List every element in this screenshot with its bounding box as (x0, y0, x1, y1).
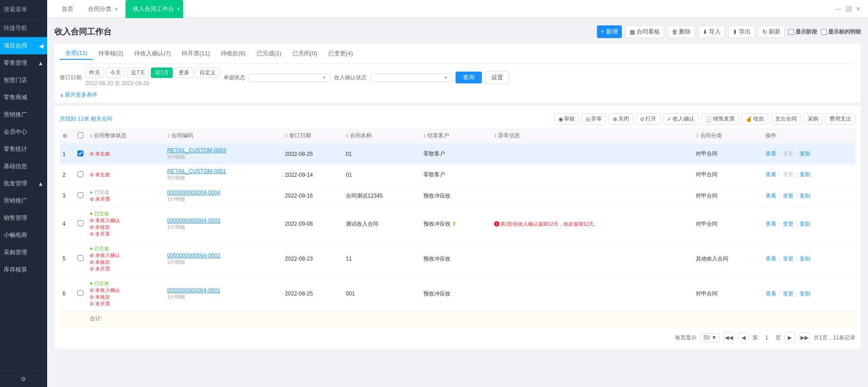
row-code-link[interactable]: 0000000000004-0004 (167, 189, 280, 196)
expense-contract-button[interactable]: 支出合同 (771, 113, 801, 125)
filter-tab-changed[interactable]: 已变更(4) (323, 48, 359, 59)
edit-btn[interactable]: 变更 (783, 290, 794, 297)
tab-contract-cat-close[interactable]: ✕ (114, 0, 118, 18)
view-btn[interactable]: 查看 (766, 171, 776, 178)
sidebar-item-marketing2[interactable]: 营销推广 (0, 192, 47, 209)
sidebar-search[interactable]: 搜索菜单 (0, 0, 47, 19)
refresh-button[interactable]: ↻ 刷新 (758, 25, 785, 38)
tab-income-workbench-close[interactable]: ✕ (176, 0, 180, 18)
filter-tab-all[interactable]: 全部(11) (60, 47, 93, 60)
open-button[interactable]: ⊙ 打开 (636, 113, 660, 125)
tab-home[interactable]: 首页 (54, 0, 81, 18)
sidebar-item-purchase[interactable]: 采购管理 (0, 244, 47, 261)
copy-btn[interactable]: 复制 (800, 221, 810, 227)
maximize-icon[interactable]: ⬜ (845, 5, 852, 12)
copy-btn[interactable]: 复制 (800, 171, 810, 178)
view-btn[interactable]: 查看 (766, 150, 776, 157)
row-checkbox[interactable] (78, 150, 83, 156)
import-button[interactable]: ⬇ 导入 (698, 25, 725, 38)
sidebar-item-project[interactable]: 项目合同 ◀ (0, 37, 47, 54)
filter-settings-button[interactable]: 设置 (485, 71, 509, 84)
import-icon: ⬇ (703, 29, 708, 35)
show-segment-checkbox[interactable]: 显示阶段 (788, 28, 817, 36)
delete-button[interactable]: 🗑 删除 (668, 25, 695, 38)
page-size-select[interactable]: 50 ▼ (700, 333, 720, 342)
sidebar-settings[interactable]: ⚙ (0, 371, 47, 387)
date-1month[interactable]: 近1月 (151, 68, 173, 78)
kanban-button[interactable]: ▦ 合同看板 (626, 25, 664, 38)
close-button[interactable]: ⊗ 关闭 (609, 113, 633, 125)
date-today[interactable]: 今天 (106, 68, 125, 78)
sidebar: 搜索菜单 快捷导航 项目合同 ◀ 零售管理 ▲ 智慧门店 零售商城 营销推广 会… (0, 0, 47, 387)
row-checkbox[interactable] (78, 171, 83, 177)
view-btn[interactable]: 查看 (766, 290, 776, 297)
edit-btn[interactable]: 变更 (783, 221, 794, 227)
th-name: ↕ 合同名称 (343, 128, 421, 144)
date-yesterday[interactable]: 昨天 (85, 68, 104, 78)
copy-btn[interactable]: 复制 (800, 150, 810, 157)
sidebar-nav[interactable]: 快捷导航 (0, 19, 47, 37)
sidebar-item-ecom[interactable]: 零售商城 (0, 89, 47, 106)
sidebar-item-marketing[interactable]: 营销推广 (0, 106, 47, 123)
edit-btn[interactable]: 变更 (783, 193, 794, 199)
filter-tab-pending-confirm[interactable]: 待收入确认(7) (129, 48, 176, 59)
view-btn[interactable]: 查看 (766, 221, 776, 227)
minimize-icon[interactable]: — (835, 5, 841, 12)
expense-out-button[interactable]: 费用支出 (825, 113, 855, 125)
expand-icon: ∨ (60, 92, 64, 98)
abandon-audit-button[interactable]: ◎ 弃审 (582, 113, 606, 125)
filter-tab-pending[interactable]: 待审核(2) (93, 48, 129, 59)
date-more[interactable]: 更多 (175, 68, 194, 78)
row-checkbox[interactable] (78, 255, 83, 261)
invoice-button[interactable]: 🧾 销售发票 (701, 113, 739, 125)
copy-btn[interactable]: 复制 (800, 193, 810, 199)
export-button[interactable]: ⬆ 导出 (728, 25, 755, 38)
close-icon[interactable]: ✕ (856, 5, 861, 12)
income-confirm-button[interactable]: ✓ 收入确认 (663, 113, 698, 125)
filter-tab-done[interactable]: 已完成(1) (251, 48, 287, 59)
copy-btn[interactable]: 复制 (800, 290, 810, 297)
copy-btn[interactable]: 复制 (800, 256, 810, 262)
sidebar-item-stat[interactable]: 零售统计 (0, 140, 47, 158)
sidebar-item-smart[interactable]: 智慧门店 (0, 72, 47, 89)
status-select[interactable]: ▼ (249, 73, 330, 82)
next-page-btn[interactable]: ▶ (785, 332, 795, 343)
view-btn[interactable]: 查看 (766, 193, 776, 199)
row-code-link[interactable]: RETAIL_CUSTOM-0003 (167, 147, 280, 154)
date-7days[interactable]: 近7天 (127, 68, 149, 78)
row-code-link[interactable]: RETAIL_CUSTOM-0001 (167, 168, 280, 174)
purchase-button[interactable]: 采购 (804, 113, 823, 125)
sidebar-item-member[interactable]: 会员中心 (0, 123, 47, 140)
search-button[interactable]: 查询 (456, 72, 482, 83)
filter-tab-pending-collect[interactable]: 待收款(8) (215, 48, 251, 59)
date-custom[interactable]: 自定义 (195, 68, 220, 78)
filter-tab-pending-invoice[interactable]: 待开票(11) (176, 48, 215, 59)
audit-button[interactable]: ◉ 审核 (554, 113, 579, 125)
edit-btn[interactable]: 变更 (783, 256, 794, 262)
prev-page-btn[interactable]: ◀ (738, 332, 749, 343)
sidebar-item-xiaochang[interactable]: 小畅电商 (0, 227, 47, 244)
row-checkbox[interactable] (78, 220, 83, 226)
row-checkbox[interactable] (78, 192, 83, 198)
row-checkbox[interactable] (78, 290, 83, 296)
sidebar-item-sales[interactable]: 销售管理 (0, 209, 47, 227)
tab-contract-cat[interactable]: 合同分类 ✕ (81, 0, 126, 18)
show-detail-checkbox[interactable]: 显示标的明细 (821, 28, 861, 36)
sidebar-item-retail[interactable]: 零售管理 ▲ (0, 54, 47, 72)
expand-filter-button[interactable]: ∨ 展开更多条件 (60, 91, 855, 99)
row-code-link[interactable]: 0000000000004-0003 (167, 218, 280, 224)
sidebar-item-base[interactable]: 基础信息 (0, 158, 47, 175)
row-code-link[interactable]: 0000000000004-0002 (167, 252, 280, 259)
row-code-link[interactable]: 0000000000004-0001 (167, 287, 280, 294)
last-page-btn[interactable]: ▶▶ (799, 332, 810, 343)
collect-button[interactable]: 💰 收款 (742, 113, 768, 125)
tab-income-workbench[interactable]: 收入合同工作台 ✕ (126, 0, 183, 18)
select-all-checkbox[interactable] (78, 132, 83, 138)
view-btn[interactable]: 查看 (766, 256, 776, 262)
first-page-btn[interactable]: ◀◀ (723, 332, 734, 343)
filter-tab-closed[interactable]: 已关闭(0) (287, 48, 323, 59)
sidebar-item-batch[interactable]: 批发管理 ▲ (0, 175, 47, 192)
confirm-select[interactable]: ▼ (370, 73, 452, 82)
add-button[interactable]: + 新增 (597, 25, 622, 38)
sidebar-item-inventory[interactable]: 库存核算 (0, 261, 47, 278)
